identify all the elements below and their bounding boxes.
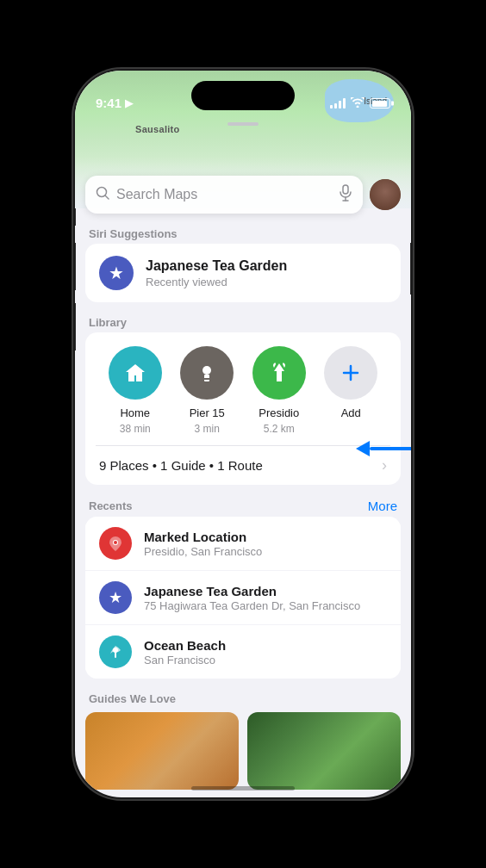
- guides-row: [75, 712, 411, 797]
- recent-marked-location-sub: Presidio, San Francisco: [144, 545, 262, 558]
- suggestion-icon: ★: [99, 256, 134, 290]
- svg-point-5: [202, 366, 211, 375]
- wifi-icon: [351, 96, 364, 110]
- pin-icon: [99, 527, 132, 560]
- presidio-icon-circle: [252, 346, 306, 400]
- svg-line-1: [105, 195, 109, 199]
- avatar-image: [370, 179, 401, 210]
- pier-icon-circle: [180, 346, 234, 400]
- svg-rect-2: [343, 185, 348, 194]
- search-area: Search Maps: [75, 126, 411, 220]
- arrow-shaft-right: [370, 447, 411, 450]
- beach-icon: [99, 636, 132, 668]
- battery-icon: [370, 98, 390, 108]
- recent-tea-garden-title: Japanese Tea Garden: [144, 584, 360, 598]
- svg-rect-7: [202, 378, 211, 380]
- library-item-presidio-sub: 5.2 km: [264, 423, 295, 435]
- library-label: Library: [75, 309, 411, 332]
- library-item-home[interactable]: Home 38 min: [99, 346, 171, 435]
- tea-garden-icon: ★: [99, 581, 132, 614]
- recents-more-button[interactable]: More: [368, 499, 397, 513]
- guide-nature-thumbnail[interactable]: [247, 712, 401, 790]
- recent-item-tea-garden[interactable]: ★ Japanese Tea Garden 75 Hagiwara Tea Ga…: [85, 571, 401, 625]
- library-item-add[interactable]: Add: [315, 346, 388, 435]
- dynamic-island: [191, 81, 295, 110]
- search-bar[interactable]: Search Maps: [85, 176, 363, 214]
- recent-tea-garden-text: Japanese Tea Garden 75 Hagiwara Tea Gard…: [144, 584, 360, 612]
- signal-bar-2: [334, 103, 337, 108]
- suggestion-text: Japanese Tea Garden Recently viewed: [146, 258, 287, 288]
- recents-header: Recents More: [75, 492, 411, 517]
- home-icon-circle: [109, 346, 162, 400]
- phone-frame: 9:41 ▶ Sausalito Island: [75, 71, 411, 797]
- location-icon: ▶: [125, 97, 133, 109]
- recent-item-marked-location[interactable]: Marked Location Presidio, San Francisco: [85, 517, 401, 571]
- arrow-head-left: [356, 441, 370, 456]
- recent-tea-garden-sub: 75 Hagiwara Tea Garden Dr, San Francisco: [144, 599, 360, 612]
- main-content: Search Maps Siri Suggestions ★: [75, 117, 411, 797]
- siri-suggestions-card: ★ Japanese Tea Garden Recently viewed: [85, 244, 401, 302]
- chevron-right-icon: ›: [382, 456, 387, 474]
- suggestion-subtitle: Recently viewed: [146, 276, 287, 288]
- recent-item-ocean-beach[interactable]: Ocean Beach San Francisco: [85, 625, 401, 679]
- signal-bar-4: [343, 98, 346, 108]
- add-icon-circle: [324, 346, 377, 400]
- library-footer-text: 9 Places • 1 Guide • 1 Route: [99, 458, 263, 473]
- status-time: 9:41 ▶: [96, 96, 133, 110]
- library-item-presidio-name: Presidio: [259, 406, 299, 419]
- guides-label: Guides We Love: [75, 685, 411, 712]
- battery-fill: [372, 101, 387, 107]
- library-card: Home 38 min Pier 15 3 min: [85, 332, 401, 485]
- star-icon: ★: [109, 263, 124, 283]
- recent-ocean-beach-sub: San Francisco: [144, 654, 226, 666]
- library-item-pier-sub: 3 min: [195, 423, 220, 435]
- signal-bar-3: [339, 101, 341, 108]
- library-footer[interactable]: 9 Places • 1 Guide • 1 Route ›: [96, 446, 390, 474]
- search-input[interactable]: Search Maps: [116, 187, 332, 202]
- library-item-pier-name: Pier 15: [190, 406, 225, 419]
- recents-card: Marked Location Presidio, San Francisco …: [85, 517, 401, 679]
- library-item-presidio[interactable]: Presidio 5.2 km: [243, 346, 315, 435]
- recents-label: Recents: [89, 499, 133, 512]
- guide-food-thumbnail[interactable]: [85, 712, 239, 790]
- recent-ocean-beach-text: Ocean Beach San Francisco: [144, 638, 226, 666]
- siri-suggestions-label: Siri Suggestions: [75, 220, 411, 244]
- blue-arrow-indicator: [356, 441, 411, 456]
- signal-bar-1: [330, 105, 333, 108]
- avatar[interactable]: [370, 179, 401, 210]
- home-indicator: [191, 786, 295, 790]
- suggestion-title: Japanese Tea Garden: [146, 258, 287, 274]
- recent-marked-location-title: Marked Location: [144, 530, 262, 544]
- signal-bars: [330, 98, 346, 108]
- recent-ocean-beach-title: Ocean Beach: [144, 638, 226, 653]
- library-item-home-sub: 38 min: [120, 423, 151, 435]
- library-item-add-name: Add: [341, 406, 361, 419]
- svg-point-11: [114, 541, 117, 544]
- status-icons: [330, 96, 390, 110]
- microphone-icon[interactable]: [339, 184, 352, 205]
- library-icons-row: Home 38 min Pier 15 3 min: [96, 346, 390, 435]
- time-display: 9:41: [96, 96, 122, 110]
- recent-marked-location-text: Marked Location Presidio, San Francisco: [144, 530, 262, 558]
- suggestion-item[interactable]: ★ Japanese Tea Garden Recently viewed: [85, 244, 401, 302]
- library-item-home-name: Home: [120, 406, 150, 419]
- library-item-pier[interactable]: Pier 15 3 min: [171, 346, 244, 435]
- svg-rect-13: [115, 649, 116, 658]
- search-icon: [96, 186, 109, 203]
